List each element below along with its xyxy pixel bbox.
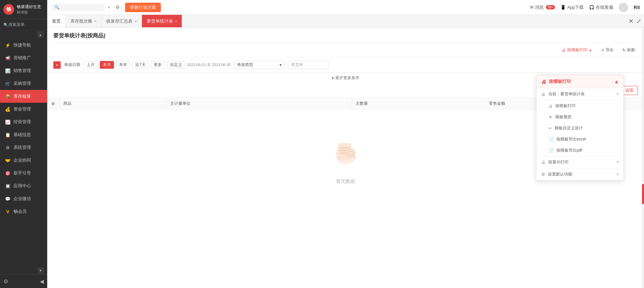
sidebar-nav: ⚡ 快捷导航 📢 营销推广 📊 销售管理 🛒 采购管理 📦 库存核算 💰 资金管… xyxy=(0,39,47,266)
trial-industry-button[interactable]: 体验行业方案 xyxy=(125,3,161,12)
topbar-dropdown[interactable]: ▾ xyxy=(108,5,110,10)
sidebar: 畅 畅康通好生意 标准版 🔍 搜索菜单 ▲ ⚡ 快捷导航 📢 营销推广 📊 销售… xyxy=(0,0,47,288)
phone-icon: 📱 xyxy=(560,5,566,10)
current-template-section: 🖨 当前：要货单统计表 ▾ xyxy=(536,88,623,100)
date-more[interactable]: 更多 xyxy=(151,61,165,69)
top-action-area: 🖨 按模板打印 ▲ ↗ 导出 ↻ 刷新 xyxy=(47,43,644,57)
settings-bottom-icon[interactable]: ⚙ xyxy=(3,278,8,285)
tab-close-batch-account[interactable]: × xyxy=(94,19,96,23)
date-this-month[interactable]: 本月 xyxy=(100,61,114,69)
user-avatar[interactable] xyxy=(619,3,628,12)
online-service-item[interactable]: 🎧 在线客服 xyxy=(589,4,613,10)
tab-close-receipt-summary[interactable]: × xyxy=(135,19,137,23)
sidebar-item-appstore[interactable]: 🔲 应用中心 xyxy=(0,180,47,192)
finance-icon: 💰 xyxy=(5,106,11,112)
set-default-header[interactable]: ⚙ 设置默认功能 ▾ xyxy=(536,168,623,180)
tab-batch-account[interactable]: 库存批次账 × xyxy=(66,15,101,27)
dropdown-item-template-preview[interactable]: 👁 模板预览 xyxy=(536,111,623,123)
table-col-quantity: 主数量 xyxy=(351,98,485,109)
set-default-icon: ⚙ xyxy=(541,172,545,177)
svg-rect-2 xyxy=(340,147,349,149)
date-this-year[interactable]: 本年 xyxy=(116,61,130,69)
order-type-select[interactable]: 单据类型 ▾ xyxy=(234,61,285,69)
collab-icon: 🤝 xyxy=(5,157,11,163)
date-custom[interactable]: 自定义 xyxy=(167,61,185,69)
message-icon: ✉ xyxy=(530,5,534,10)
chevron-up-header-icon[interactable]: ▲ xyxy=(614,79,619,84)
sidebar-search[interactable]: 🔍 搜索菜单 xyxy=(0,19,47,31)
chevron-up-icon: ▲ xyxy=(589,48,592,52)
sidebar-item-basic[interactable]: 📋 基础信息 xyxy=(0,128,47,141)
topbar-right: ✉ 消息 99+ 📱 App下载 🎧 在线客服 Rit xyxy=(530,3,640,12)
sidebar-item-marketing[interactable]: 📢 营销推广 xyxy=(0,52,47,64)
right-scrollbar[interactable] xyxy=(642,28,644,288)
date-last-month[interactable]: 上月 xyxy=(84,61,98,69)
headset-icon: 🎧 xyxy=(589,5,594,10)
search-icon: 🔍 xyxy=(3,23,8,27)
display-print-section: 🖨 按显示打印 ▾ xyxy=(536,156,623,168)
sidebar-item-system[interactable]: ⚙ 系统管理 xyxy=(0,141,47,154)
refresh-button[interactable]: ↻ 刷新 xyxy=(620,46,638,54)
template-print-icon: 🖨 xyxy=(549,104,553,108)
tabs-actions: ✕ ⤢ xyxy=(628,18,644,25)
table-col-settings[interactable]: ⚙ xyxy=(47,98,59,109)
sidebar-item-guide[interactable]: 🎯 新手引导 xyxy=(0,167,47,180)
current-template-header[interactable]: 🖨 当前：要货单统计表 ▾ xyxy=(536,88,623,100)
sidebar-item-purchase[interactable]: 🛒 采购管理 xyxy=(0,77,47,90)
operation-icon: 📈 xyxy=(5,119,11,125)
template-design-icon: ✏ xyxy=(549,126,552,131)
tab-home[interactable]: 首页 xyxy=(47,15,66,27)
tab-receipt-summary[interactable]: 收发存汇总表 × xyxy=(101,15,142,27)
dropdown-item-template-excel[interactable]: 📄 按模板导出excel xyxy=(536,134,623,145)
app-download-item[interactable]: 📱 App下载 xyxy=(560,4,584,10)
dropdown-item-template-print[interactable]: 🖨 按模板打印 xyxy=(536,100,623,111)
order-code-input[interactable]: 要货单 xyxy=(288,61,328,69)
sidebar-item-wechat[interactable]: 💬 企业微信 xyxy=(0,192,47,205)
wechat-icon: 💬 xyxy=(5,196,11,202)
printer-icon: 🖨 xyxy=(562,48,566,53)
chevron-down-icon: ▾ xyxy=(280,63,282,67)
sidebar-scroll-up[interactable]: ▲ xyxy=(37,31,44,38)
table-col-unit: 主计量单位 xyxy=(166,98,352,109)
tab-order-summary[interactable]: 要货单统计表 × xyxy=(142,15,182,27)
dropdown-item-template-design[interactable]: ✏ 模板自定义设计 xyxy=(536,123,623,134)
tab-close-button[interactable]: ✕ xyxy=(628,18,634,25)
message-item[interactable]: ✉ 消息 99+ xyxy=(530,4,555,10)
logo-text: 畅康通好生意 标准版 xyxy=(17,4,41,14)
menu-bottom-icon[interactable]: ◀ xyxy=(40,278,44,285)
dropdown-header-icons: ▲ xyxy=(614,79,619,84)
sidebar-item-member[interactable]: V 畅会员 xyxy=(0,205,47,218)
topbar-gear-icon[interactable]: ⚙ xyxy=(113,3,122,12)
basic-icon: 📋 xyxy=(5,132,11,138)
sidebar-item-collab[interactable]: 🤝 企业协同 xyxy=(0,154,47,167)
dropdown-item-template-pdf[interactable]: 📄 按模板导出pdf xyxy=(536,145,623,156)
print-template-button[interactable]: 🖨 按模板打印 ▲ xyxy=(559,46,595,54)
logo-icon: 畅 xyxy=(3,4,14,15)
svg-rect-3 xyxy=(340,150,347,151)
scrollbar-thumb[interactable] xyxy=(642,184,644,204)
tab-maximize-button[interactable]: ⤢ xyxy=(636,18,641,25)
display-print-icon: 🖨 xyxy=(541,160,546,165)
table-col-product: 商品 xyxy=(59,98,166,109)
sales-icon: 📊 xyxy=(5,68,11,74)
system-icon: ⚙ xyxy=(5,145,11,151)
marketing-icon: 📢 xyxy=(5,55,11,61)
sidebar-item-sales[interactable]: 📊 销售管理 xyxy=(0,64,47,77)
sidebar-item-operation[interactable]: 📈 经营管理 xyxy=(0,116,47,128)
sidebar-item-shortcut[interactable]: ⚡ 快捷导航 xyxy=(0,39,47,52)
sidebar-item-finance[interactable]: 💰 资金管理 xyxy=(0,103,47,116)
filter-expand-button[interactable]: « xyxy=(53,61,61,69)
topbar-search-box[interactable]: 🔍 xyxy=(51,4,105,11)
guide-icon: 🎯 xyxy=(5,170,11,176)
display-print-header[interactable]: 🖨 按显示打印 ▾ xyxy=(536,156,623,168)
page-content: 要货单统计表(按商品) 🖨 按模板打印 ▲ ↗ 导出 ↻ 刷新 « 单据日期 上 xyxy=(47,28,644,288)
sidebar-logo: 畅 畅康通好生意 标准版 xyxy=(0,0,47,19)
sidebar-scroll-down[interactable]: ▼ xyxy=(37,267,44,274)
tab-close-order-summary[interactable]: × xyxy=(175,19,177,23)
date-range-label: 2023-06-01 至 2023-06-30 xyxy=(187,62,231,67)
filter-bar: « 单据日期 上月 本月 本年 近7天 更多 自定义 2023-06-01 至 … xyxy=(47,57,644,73)
export-button[interactable]: ↗ 导出 xyxy=(598,46,616,54)
date-last-7days[interactable]: 近7天 xyxy=(132,61,149,69)
message-badge: 99+ xyxy=(546,5,555,9)
sidebar-item-inventory[interactable]: 📦 库存核算 xyxy=(0,90,47,103)
